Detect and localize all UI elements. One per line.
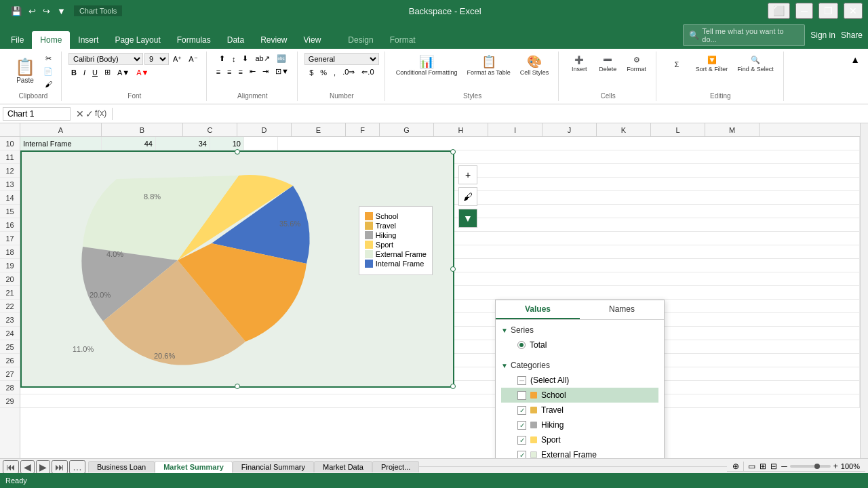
bold-button[interactable]: B	[68, 67, 79, 78]
paste-button[interactable]: 📋 Paste	[11, 56, 39, 87]
cell-B10[interactable]: Internal Frame	[20, 137, 102, 150]
chart-style-button[interactable]: 🖌	[458, 187, 477, 206]
fill-color-button[interactable]: A▼	[115, 67, 132, 78]
sum-button[interactable]: Σ	[663, 58, 690, 71]
underline-button[interactable]: U	[90, 67, 100, 78]
borders-button[interactable]: ⊞	[102, 66, 113, 78]
zoom-out-button[interactable]: ─	[781, 462, 787, 471]
sheet-tab-financial-summary[interactable]: Financial Summary	[233, 461, 314, 472]
sheet-tab-market-data[interactable]: Market Data	[314, 461, 372, 472]
copy-button[interactable]: 📄	[41, 66, 56, 77]
format-table-button[interactable]: 📋 Format as Table	[462, 53, 514, 79]
close-button[interactable]: ✕	[844, 3, 863, 19]
tab-home[interactable]: Home	[32, 31, 70, 49]
page-break-view-button[interactable]: ⊟	[770, 462, 777, 471]
merge-center-button[interactable]: ⊡▼	[273, 66, 292, 77]
align-bottom-button[interactable]: ⬇	[239, 53, 251, 64]
tab-insert[interactable]: Insert	[70, 31, 106, 49]
find-select-button[interactable]: 🔍 Find & Select	[733, 53, 778, 75]
conditional-formatting-button[interactable]: 📊 Conditional Formatting	[392, 53, 462, 79]
font-color-button[interactable]: A▼	[134, 67, 151, 78]
resize-handle-right[interactable]	[450, 266, 456, 272]
filter-item-school[interactable]: School	[501, 388, 658, 403]
align-center-button[interactable]: ≡	[224, 66, 234, 77]
collapse-ribbon-button[interactable]: ▲	[850, 54, 860, 65]
minimize-button[interactable]: ─	[795, 3, 813, 19]
hiking-checkbox[interactable]: ✓	[517, 421, 526, 430]
undo-button[interactable]: ↩	[26, 5, 39, 18]
filter-item-sport[interactable]: ✓ Sport	[501, 432, 658, 447]
sheet-tab-business-loan[interactable]: Business Loan	[88, 461, 155, 472]
resize-handle-bottom-right[interactable]	[450, 384, 456, 389]
travel-checkbox[interactable]: ✓	[517, 406, 526, 415]
filter-categories-header[interactable]: ▼ Categories	[501, 358, 658, 373]
formula-input[interactable]	[115, 109, 865, 119]
sheet-nav-last[interactable]: ⏭	[52, 460, 68, 474]
sheet-tab-project[interactable]: Project...	[372, 461, 419, 472]
delete-button[interactable]: ➖ Delete	[594, 53, 621, 75]
align-left-button[interactable]: ≡	[214, 66, 223, 77]
formula-confirm-icon[interactable]: ✓	[85, 108, 94, 119]
external-frame-checkbox[interactable]: ✓	[517, 451, 526, 459]
cell-29[interactable]	[20, 394, 860, 407]
tab-formulas[interactable]: Formulas	[169, 31, 219, 49]
formula-cancel-icon[interactable]: ✕	[76, 108, 84, 119]
share-button[interactable]: Share	[841, 30, 863, 40]
percent-button[interactable]: ,	[331, 67, 338, 78]
resize-handle-top[interactable]	[235, 149, 240, 155]
tab-design[interactable]: Design	[340, 31, 381, 49]
filter-series-total[interactable]: Total	[501, 338, 658, 352]
format-cells-button[interactable]: ⚙ Format	[623, 53, 650, 75]
sheet-tab-market-summary[interactable]: Market Summary	[155, 461, 233, 473]
font-size-select[interactable]: 9	[144, 53, 169, 65]
increase-decimal-button[interactable]: .0⇒	[340, 66, 357, 78]
restore-button[interactable]: ❐	[818, 3, 838, 19]
cell-styles-button[interactable]: 🎨 Cell Styles	[516, 53, 553, 79]
chart-add-element-button[interactable]: +	[458, 165, 477, 184]
tab-page-layout[interactable]: Page Layout	[106, 31, 168, 49]
sort-filter-button[interactable]: 🔽 Sort & Filter	[692, 53, 732, 75]
wrap-text-button[interactable]: 🔤	[274, 53, 289, 64]
insert-button[interactable]: ➕ Insert	[566, 53, 593, 75]
decrease-indent-button[interactable]: ⇤	[247, 66, 258, 77]
align-middle-button[interactable]: ↕	[229, 54, 239, 64]
resize-handle-top-right[interactable]	[450, 149, 456, 155]
resize-handle-bottom[interactable]	[235, 384, 240, 389]
filter-item-hiking[interactable]: ✓ Hiking	[501, 418, 658, 432]
italic-button[interactable]: I	[81, 67, 88, 78]
tab-view[interactable]: View	[296, 31, 330, 49]
search-box[interactable]: 🔍 Tell me what you want to do...	[683, 24, 805, 46]
chart-area[interactable]: 35.6% 4.0% 20.0% 20.6% 11.0% 8.8% School	[20, 150, 454, 388]
cut-button[interactable]: ✂	[41, 53, 56, 64]
tab-format[interactable]: Format	[382, 31, 424, 49]
zoom-in-button[interactable]: +	[833, 462, 838, 471]
page-layout-view-button[interactable]: ⊞	[760, 462, 766, 471]
sport-checkbox[interactable]: ✓	[517, 436, 526, 445]
cell-rest-10[interactable]	[278, 137, 860, 150]
sheet-nav-next[interactable]: ▶	[36, 460, 50, 474]
add-sheet-button[interactable]: ⊕	[732, 462, 739, 471]
sheet-nav-first[interactable]: ⏮	[3, 460, 19, 474]
sheet-add-button[interactable]: …	[69, 460, 85, 474]
increase-indent-button[interactable]: ⇥	[260, 66, 271, 77]
filter-tab-names[interactable]: Names	[580, 300, 664, 319]
sheet-nav-prev[interactable]: ◀	[20, 460, 35, 474]
school-checkbox[interactable]	[517, 391, 526, 400]
select-all-checkbox[interactable]: ─	[517, 376, 526, 385]
filter-select-all[interactable]: ─ (Select All)	[501, 373, 658, 388]
number-format-select[interactable]: General	[304, 53, 379, 65]
comma-style-button[interactable]: %	[317, 67, 330, 78]
font-name-select[interactable]: Calibri (Body)	[68, 53, 143, 65]
ribbon-toggle-button[interactable]: ⬜	[768, 3, 790, 19]
align-top-button[interactable]: ⬆	[216, 53, 228, 64]
normal-view-button[interactable]: ▭	[748, 462, 755, 471]
font-decrease-button[interactable]: A⁻	[186, 54, 200, 65]
sign-in-button[interactable]: Sign in	[810, 30, 835, 40]
formula-function-icon[interactable]: f(x)	[95, 108, 106, 119]
undo-arrow[interactable]: ↪	[40, 5, 53, 18]
name-box[interactable]	[3, 107, 71, 121]
decrease-decimal-button[interactable]: ⇐.0	[359, 66, 376, 78]
filter-series-header[interactable]: ▼ Series	[501, 323, 658, 338]
chart-filter-button[interactable]: ▼	[458, 209, 477, 228]
cell-D10[interactable]: 34	[156, 137, 210, 150]
